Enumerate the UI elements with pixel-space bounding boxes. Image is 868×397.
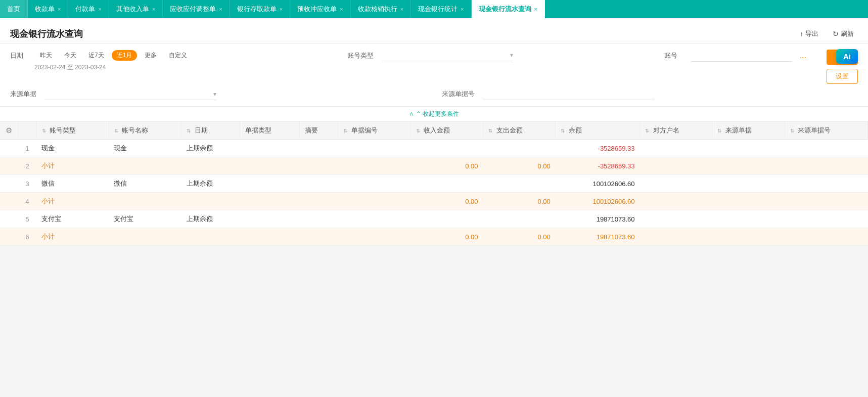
export-button[interactable]: ↑ 导出 [796, 27, 823, 40]
row-source-doc-no-2 [785, 175, 867, 193]
row-summary-4 [300, 210, 338, 228]
filter-row-2: 来源单据 ▾ 来源单据号 [10, 88, 858, 100]
table-body: 1 现金 现金 上期余额 -3528659.33 2 小计 0.00 0.00 … [0, 140, 868, 246]
col-gear[interactable]: ⚙ [0, 122, 18, 140]
sort-account-name-icon: ⇅ [114, 128, 118, 134]
ai-assistant-button[interactable]: Ai [836, 49, 858, 64]
date-range-text: 2023-02-24 至 2023-03-24 [34, 64, 106, 71]
date-btn-1month[interactable]: 近1月 [112, 50, 138, 61]
row-counterpart-3 [640, 193, 712, 210]
row-doc-type-2 [240, 175, 300, 193]
row-account-name-5 [109, 228, 181, 246]
row-account-type-0: 现金 [36, 140, 109, 157]
nav-advance-receipt[interactable]: 预收冲应收单 × [290, 0, 350, 18]
nav-ar-ap-adjust[interactable]: 应收应付调整单 × [163, 0, 230, 18]
nav-cash-stats[interactable]: 现金银行统计 × [411, 0, 471, 18]
account-type-label: 账号类型 [347, 51, 374, 60]
row-source-doc-5 [712, 228, 785, 246]
close-flow-icon[interactable]: × [534, 6, 537, 12]
more-options-button[interactable]: ... [800, 51, 806, 60]
row-date-4: 上期余额 [181, 210, 240, 228]
col-account-type[interactable]: ⇅ 账号类型 [36, 122, 109, 140]
row-source-doc-0 [712, 140, 785, 157]
col-date[interactable]: ⇅ 日期 [181, 122, 240, 140]
row-source-doc-2 [712, 175, 785, 193]
row-doc-no-4 [338, 210, 410, 228]
row-num-3: 4 [18, 193, 36, 210]
row-source-doc-1 [712, 157, 785, 175]
row-num-0: 1 [18, 140, 36, 157]
nav-home[interactable]: 首页 [0, 0, 28, 18]
row-income-5: 0.00 [410, 228, 483, 246]
account-input[interactable] [691, 50, 792, 62]
filter-row-1: 日期 昨天 今天 近7天 近1月 更多 自定义 2023-02-24 至 202… [10, 50, 858, 84]
table-row[interactable]: 5 支付宝 支付宝 上期余额 19871073.60 [0, 210, 868, 228]
date-label: 日期 [10, 51, 28, 60]
col-account-name[interactable]: ⇅ 账号名称 [109, 122, 181, 140]
row-doc-type-3 [240, 193, 300, 210]
data-table-container: ⚙ ⇅ 账号类型 ⇅ 账号名称 ⇅ 日期 单据类型 [0, 122, 868, 246]
header-actions: ↑ 导出 ↻ 刷新 [796, 27, 858, 40]
row-summary-5 [300, 228, 338, 246]
source-doc-select[interactable]: ▾ [44, 89, 216, 100]
col-source-doc[interactable]: ⇅ 来源单据 [712, 122, 785, 140]
collapse-filters-bar[interactable]: ∧ ⌃ 收起更多条件 [0, 107, 868, 122]
row-doc-type-1 [240, 157, 300, 175]
table-row[interactable]: 1 现金 现金 上期余额 -3528659.33 [0, 140, 868, 157]
sort-account-type-icon: ⇅ [42, 128, 46, 134]
close-stats-icon[interactable]: × [461, 6, 464, 12]
nav-receipt[interactable]: 收款单 × [28, 0, 68, 18]
nav-other-income[interactable]: 其他收入单 × [109, 0, 163, 18]
sort-source-doc-icon: ⇅ [717, 128, 721, 134]
close-payment-icon[interactable]: × [98, 6, 101, 12]
col-source-doc-no[interactable]: ⇅ 来源单据号 [785, 122, 867, 140]
date-btn-7days[interactable]: 近7天 [84, 50, 109, 61]
row-expense-4 [483, 210, 556, 228]
row-source-doc-no-0 [785, 140, 867, 157]
close-receipt-icon[interactable]: × [58, 6, 61, 12]
row-income-1: 0.00 [410, 157, 483, 175]
row-gear-5 [0, 228, 18, 246]
account-type-select[interactable]: ▾ [382, 50, 513, 61]
row-counterpart-4 [640, 210, 712, 228]
date-btn-today[interactable]: 今天 [60, 50, 81, 61]
table-settings-icon[interactable]: ⚙ [6, 126, 12, 135]
table-row[interactable]: 6 小计 0.00 0.00 19871073.60 [0, 228, 868, 246]
date-btn-more[interactable]: 更多 [140, 50, 161, 61]
source-doc-label: 来源单据 [10, 90, 36, 99]
row-doc-no-3 [338, 193, 410, 210]
nav-bank-deposit[interactable]: 银行存取款单 × [230, 0, 290, 18]
col-income[interactable]: ⇅ 收入金额 [410, 122, 483, 140]
close-verify-icon[interactable]: × [400, 6, 403, 12]
col-doc-no[interactable]: ⇅ 单据编号 [338, 122, 410, 140]
close-ar-ap-icon[interactable]: × [219, 6, 222, 12]
table-row[interactable]: 2 小计 0.00 0.00 -3528659.33 [0, 157, 868, 175]
top-navigation: 首页 收款单 × 付款单 × 其他收入单 × 应收应付调整单 × 银行存取款单 … [0, 0, 868, 18]
date-btn-custom[interactable]: 自定义 [164, 50, 192, 61]
row-doc-type-0 [240, 140, 300, 157]
col-counterpart[interactable]: ⇅ 对方户名 [640, 122, 712, 140]
nav-payment[interactable]: 付款单 × [68, 0, 109, 18]
close-advance-icon[interactable]: × [340, 6, 343, 12]
source-doc-no-input[interactable] [483, 88, 655, 100]
source-doc-filter: 来源单据 ▾ [10, 89, 427, 100]
row-doc-no-5 [338, 228, 410, 246]
source-doc-no-filter: 来源单据号 [442, 88, 858, 100]
nav-cash-flow-query[interactable]: 现金银行流水查询 × [472, 0, 545, 18]
table-header-row: ⚙ ⇅ 账号类型 ⇅ 账号名称 ⇅ 日期 单据类型 [0, 122, 868, 140]
col-doc-type: 单据类型 [240, 122, 300, 140]
col-balance[interactable]: ⇅ 余额 [556, 122, 640, 140]
close-bank-icon[interactable]: × [280, 6, 283, 12]
close-other-income-icon[interactable]: × [152, 6, 155, 12]
table-row[interactable]: 4 小计 0.00 0.00 100102606.60 [0, 193, 868, 210]
date-btn-yesterday[interactable]: 昨天 [35, 50, 57, 61]
row-account-name-2: 微信 [109, 175, 181, 193]
col-expense[interactable]: ⇅ 支出金额 [483, 122, 556, 140]
col-num [18, 122, 36, 140]
row-source-doc-no-5 [785, 228, 867, 246]
row-account-type-1: 小计 [36, 157, 109, 175]
settings-button[interactable]: 设置 [827, 69, 858, 84]
nav-receipt-verify[interactable]: 收款核销执行 × [351, 0, 411, 18]
refresh-button[interactable]: ↻ 刷新 [829, 27, 858, 40]
table-row[interactable]: 3 微信 微信 上期余额 100102606.60 [0, 175, 868, 193]
